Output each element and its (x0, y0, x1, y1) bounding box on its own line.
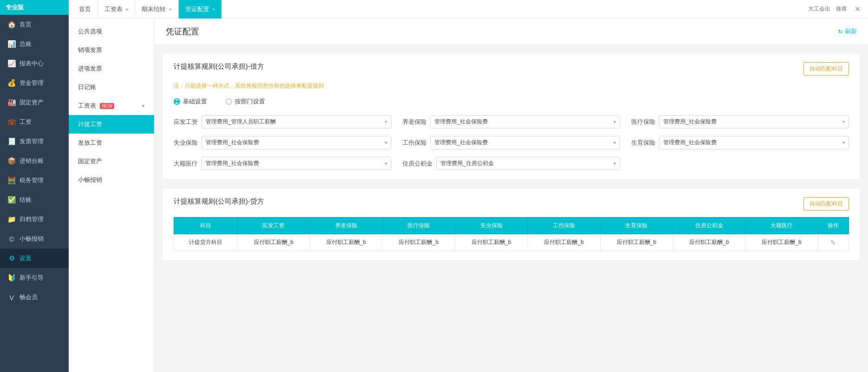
select-unemployment[interactable]: 管理费用_社会保险费 ▾ (201, 136, 391, 149)
sidebar-item-guide[interactable]: 🔰 新手引导 (0, 268, 69, 288)
select-maternity-value: 管理费用_社会保险费 (663, 139, 717, 147)
field-medical: 医疗保险 管理费用_社会保险费 ▾ (631, 115, 849, 128)
radio-basic-circle (174, 98, 180, 105)
sidebar-item-tax[interactable]: 🧮 税务管理 (0, 171, 69, 190)
edit-icon[interactable]: ✎ (830, 239, 836, 246)
expand-icon[interactable]: ▾ (142, 103, 145, 109)
field-housing: 住房公积金 管理费用_住房公积金 ▾ (402, 157, 620, 170)
chevron-down-icon: ▾ (614, 140, 616, 145)
close-period-end-tab[interactable]: × (168, 6, 171, 12)
sidebar-item-settings[interactable]: ⚙ 设置 (0, 249, 69, 268)
left-nav-calc-salary[interactable]: 计提工资 (69, 115, 154, 134)
credit-section: 计提核算规则(公司承担)-贷方 自动匹配科目 科目 应发工资 养老保险 医疗保险… (162, 187, 861, 261)
radio-dept-label: 按部门设置 (235, 97, 265, 106)
select-injury[interactable]: 管理费用_社会保险费 ▾ (430, 136, 620, 149)
radio-dept-circle (226, 98, 232, 105)
topbar: 首页 工资表 × 期末结转 × 凭证配置 × 大工会出 徐库 ✕ (69, 0, 868, 19)
sidebar-item-general-ledger[interactable]: 📊 总账 (0, 34, 69, 54)
cell-maternity: 应付职工薪酬_b (600, 234, 673, 251)
sidebar-item-label: 畅会员 (19, 293, 38, 301)
sidebar-item-label: 小畅报销 (19, 235, 44, 243)
cell-pension: 应付职工薪酬_b (310, 234, 382, 251)
tab-voucher-config-label: 凭证配置 (185, 5, 209, 13)
sidebar-item-label: 设置 (19, 254, 32, 263)
user-name: 徐库 (836, 5, 847, 13)
field-label-medical: 医疗保险 (631, 118, 655, 126)
sidebar-item-label: 结账 (19, 196, 32, 204)
refresh-button[interactable]: ↻ 刷新 (838, 27, 857, 36)
left-nav-issue-salary[interactable]: 发放工资 (69, 134, 154, 152)
left-nav-salary-table[interactable]: 工资表 NEW ▾ (69, 96, 154, 115)
left-nav-label: 固定资产 (78, 157, 102, 166)
select-pension[interactable]: 管理费用_社会保险费 ▾ (430, 115, 620, 128)
select-medical[interactable]: 管理费用_社会保险费 ▾ (659, 115, 849, 128)
tab-voucher-config[interactable]: 凭证配置 × (179, 0, 222, 19)
sidebar-item-xiaochang-report[interactable]: © 小畅报销 (0, 229, 69, 249)
sidebar-item-report-center[interactable]: 📈 报表中心 (0, 54, 69, 73)
select-housing[interactable]: 管理费用_住房公积金 ▾ (436, 157, 620, 170)
field-label-major-medical: 大额医疗 (174, 160, 198, 168)
left-nav-diary[interactable]: 日记账 (69, 78, 154, 96)
radio-basic[interactable]: 基础设置 (174, 97, 207, 106)
radio-dept[interactable]: 按部门设置 (226, 97, 265, 106)
col-header-major-medical: 大额医疗 (745, 218, 818, 234)
left-nav-public-options[interactable]: 公共选项 (69, 22, 154, 41)
col-header-maternity: 生育保险 (600, 218, 673, 234)
chevron-down-icon: ▾ (385, 140, 387, 145)
sidebar-item-settlement[interactable]: ✅ 结账 (0, 190, 69, 210)
select-salary[interactable]: 管理费用_管理人员职工薪酬 ▾ (201, 115, 391, 128)
debit-section-header: 计提核算规则(公司承担)-借方 自动匹配科目 (174, 62, 849, 76)
close-voucher-config-tab[interactable]: × (212, 6, 215, 12)
debit-auto-match-button[interactable]: 自动匹配科目 (803, 62, 849, 76)
radio-group: 基础设置 按部门设置 (174, 97, 849, 106)
tab-period-end[interactable]: 期末结转 × (135, 0, 178, 19)
left-nav-xiaochang-expense[interactable]: 小畅报销 (69, 171, 154, 189)
credit-table: 科目 应发工资 养老保险 医疗保险 失业保险 工伤保险 生育保险 住房公积金 大… (174, 217, 849, 251)
left-nav-input-invoice[interactable]: 进项发票 (69, 59, 154, 78)
sidebar-item-fixed-assets[interactable]: 🏭 固定资产 (0, 93, 69, 112)
invoice-icon: 🧾 (7, 137, 16, 146)
topbar-right: 大工会出 徐库 (808, 5, 851, 13)
cell-injury: 应付职工薪酬_b (528, 234, 600, 251)
close-salary-table-tab[interactable]: × (125, 6, 128, 12)
field-pension: 养老保险 管理费用_社会保险费 ▾ (402, 115, 620, 128)
sidebar-item-archive[interactable]: 📁 归档管理 (0, 210, 69, 229)
left-nav-label: 小畅报销 (78, 176, 102, 184)
member-icon: V (7, 294, 16, 301)
sidebar-item-salary[interactable]: 💼 工资 (0, 112, 69, 132)
chevron-down-icon: ▾ (385, 119, 387, 124)
chevron-down-icon: ▾ (614, 161, 616, 166)
select-maternity[interactable]: 管理费用_社会保险费 ▾ (659, 136, 849, 149)
settlement-icon: ✅ (7, 196, 16, 204)
sidebar-item-fund-management[interactable]: 💰 资金管理 (0, 73, 69, 93)
tab-home[interactable]: 首页 (72, 0, 98, 19)
user-label: 大工会出 (808, 5, 830, 13)
left-nav-red-invoice[interactable]: 销项发票 (69, 41, 154, 59)
sidebar-item-purchase-sales[interactable]: 📦 进销台账 (0, 151, 69, 171)
chevron-down-icon: ▾ (842, 119, 845, 124)
sidebar-item-member[interactable]: V 畅会员 (0, 288, 69, 307)
left-nav-fixed-assets[interactable]: 固定资产 (69, 152, 154, 171)
credit-auto-match-button[interactable]: 自动匹配科目 (803, 197, 849, 211)
app-logo: 专业版 (0, 0, 69, 15)
field-label-pension: 养老保险 (402, 118, 427, 126)
left-nav-label: 计提工资 (78, 120, 102, 128)
debit-form-row-1: 应发工资 管理费用_管理人员职工薪酬 ▾ 养老保险 管理费用_社会保险费 ▾ (174, 115, 849, 128)
cell-edit[interactable]: ✎ (818, 234, 849, 251)
select-major-medical[interactable]: 管理费用_社会保险费 ▾ (201, 157, 391, 170)
topbar-close-button[interactable]: ✕ (851, 5, 864, 13)
credit-section-title: 计提核算规则(公司承担)-贷方 (174, 197, 264, 206)
tab-salary-table[interactable]: 工资表 × (98, 0, 135, 19)
home-icon: 🏠 (7, 20, 16, 29)
sidebar-item-invoice-management[interactable]: 🧾 发票管理 (0, 132, 69, 151)
sidebar-item-home[interactable]: 🏠 首页 (0, 15, 69, 34)
col-header-injury: 工伤保险 (528, 218, 600, 234)
select-injury-value: 管理费用_社会保险费 (434, 139, 488, 147)
select-housing-value: 管理费用_住房公积金 (440, 160, 494, 167)
sidebar-item-label: 报表中心 (19, 59, 44, 68)
select-salary-value: 管理费用_管理人员职工薪酬 (206, 118, 276, 126)
cell-subject: 计提贷方科目 (174, 234, 238, 251)
sidebar-item-label: 固定资产 (19, 98, 44, 107)
select-unemployment-value: 管理费用_社会保险费 (206, 139, 259, 147)
col-header-medical: 医疗保险 (382, 218, 455, 234)
